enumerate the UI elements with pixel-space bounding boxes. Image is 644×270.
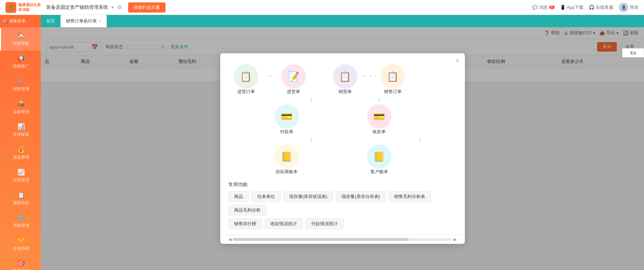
btn-receipt-stats[interactable]: 收款情况统计 — [265, 218, 303, 229]
flow-col-supplier: 📒 供应商账本 — [275, 144, 299, 175]
online-service-action[interactable]: 🎧 在线客服 — [589, 4, 613, 11]
arrow-down-sales: ↓ — [359, 95, 400, 103]
arrow-down-sales-bill: ↓ — [378, 96, 381, 102]
btn-product[interactable]: 商品 — [228, 191, 249, 202]
inventory-icon: 📊 — [17, 123, 25, 130]
sidebar-item-purchase[interactable]: 📦 采购管理 — [0, 96, 41, 119]
sales-order-node[interactable]: 📋 — [381, 64, 405, 89]
layout: 🔍 搜索菜单 🏠 快捷导航 📢 营销推广 🛒 销售管理 📦 采购管理 📊 库存核… — [0, 15, 644, 270]
flow-row-1: 📋 进货订单 → 📝 进货单 — [234, 64, 451, 95]
scroll-bar-track[interactable] — [233, 238, 452, 241]
btn-current-stock-dist[interactable]: 现存量(库存分布表) — [336, 191, 386, 202]
sidebar-item-system[interactable]: ⚙️ 系统管理 — [0, 210, 41, 233]
sales-bill-label: 销货单 — [338, 89, 352, 95]
arrow-down-payment: ↓ — [291, 135, 332, 143]
app-icon: 📱 — [560, 5, 565, 10]
topbar: 🌿 畅康通好生意 标准版 装备及固定资产辅助管理系统 ▾ ⚙ 体验行业方案 💬 … — [0, 0, 644, 15]
customer-ledger-icon: 📒 — [373, 151, 385, 162]
arrow-down-purchase: ↓ — [291, 95, 332, 103]
modal-overlay[interactable]: × 📋 进货订单 — [41, 27, 644, 270]
sales-bill-node[interactable]: 📋 — [333, 64, 358, 89]
sales-order-icon: 📋 — [387, 71, 399, 82]
flow-row-2: 💳 付款单 💳 收款单 — [275, 104, 451, 135]
purchase-order-label: 进货订单 — [237, 89, 255, 95]
settings-icon[interactable]: ⚙ — [117, 4, 122, 11]
sidebar-item-basic-info[interactable]: 📋 基础信息 — [0, 187, 41, 210]
sidebar-item-sales[interactable]: 🛒 销售管理 — [0, 73, 41, 96]
sales-bill-icon: 📋 — [339, 71, 351, 82]
sidebar-item-newbie[interactable]: 🎯 新手引导 — [0, 255, 41, 270]
payment-bill-node[interactable]: 💳 — [275, 104, 299, 129]
purchase-order-node[interactable]: 📋 — [234, 64, 258, 89]
marketing-icon: 📢 — [17, 55, 25, 62]
tab-sales-order-exec[interactable]: 销售订单执行表 × — [60, 15, 107, 27]
btn-sales-ranking[interactable]: 销售排行榜 — [228, 218, 262, 229]
customer-ledger-label: 客户账本 — [370, 169, 388, 175]
sidebar-item-marketing[interactable]: 📢 营销推广 — [0, 51, 41, 73]
dropdown-icon[interactable]: ▾ — [111, 5, 114, 10]
operations-icon: 📈 — [17, 168, 25, 176]
modal: × 📋 进货订单 — [220, 53, 465, 244]
system-name: 装备及固定资产辅助管理系统 — [46, 4, 108, 11]
flow-arrows-down: ↓ ↓ — [291, 95, 451, 103]
sidebar-item-operations[interactable]: 📈 经营管理 — [0, 164, 41, 187]
receipt-bill-node[interactable]: 💳 — [367, 104, 391, 129]
logo: 🌿 畅康通好生意 标准版 — [5, 2, 46, 13]
logo-text: 畅康通好生意 标准版 — [18, 3, 41, 12]
sidebar-item-finance[interactable]: 💰 资金管理 — [0, 142, 41, 164]
supplier-ledger-icon: 📒 — [281, 151, 293, 162]
scroll-area: ◀ ▶ — [220, 235, 465, 244]
flowchart: 📋 进货订单 → 📝 进货单 — [220, 53, 465, 182]
flow-col-payment: 💳 付款单 — [275, 104, 299, 135]
scroll-right-arrow[interactable]: ▶ — [454, 237, 457, 242]
payment-icon: 💳 — [281, 111, 293, 122]
purchase-order-icon: 📋 — [240, 71, 252, 82]
sidebar-item-quick-nav[interactable]: 🏠 快捷导航 — [0, 28, 41, 51]
tab-home[interactable]: 首页 — [41, 15, 60, 27]
modal-close-button[interactable]: × — [456, 57, 459, 65]
message-action[interactable]: 💬 消息 6 — [532, 4, 555, 11]
tabbar: 首页 销售订单执行表 × — [41, 15, 644, 27]
message-icon: 💬 — [532, 5, 538, 10]
flow-col-receipt: 💳 收款单 — [367, 104, 391, 135]
system-icon: ⚙️ — [17, 214, 25, 221]
topbar-right: 💬 消息 6 📱 App下载 🎧 在线客服 👤 用友 Ea — [532, 3, 639, 12]
purchase-bill-label: 进货单 — [287, 89, 300, 95]
flow-col-customer: 📒 客户账本 — [367, 144, 391, 175]
scroll-left-arrow[interactable]: ◀ — [228, 237, 231, 242]
common-buttons-row-2: 销售排行榜 收款情况统计 付款情况统计 — [228, 218, 457, 229]
sidebar-item-inventory[interactable]: 📊 库存核算 — [0, 119, 41, 142]
purchase-bill-node[interactable]: 📝 — [281, 64, 306, 89]
home-icon: 🏠 — [17, 32, 25, 39]
arrow-1: → — [260, 73, 280, 80]
content-area: ❓ 帮助 🖨 按模板打印 ▾ 📤 导出 ▾ 🔄 刷新 — [41, 27, 644, 270]
search-icon: 🔍 — [3, 19, 8, 24]
sales-order-label: 销售订单 — [384, 89, 402, 95]
newbie-icon: 🎯 — [17, 259, 25, 267]
flow-arrows-down-2: ↓ ↓ — [291, 135, 451, 143]
btn-current-stock-status[interactable]: 现存量(库存状况表) — [283, 191, 333, 202]
flow-col-sales-order: 📋 销售订单 — [381, 64, 405, 95]
receipt-bill-label: 收款单 — [372, 129, 386, 135]
btn-contacts[interactable]: 往来单位 — [251, 191, 281, 202]
search-menu[interactable]: 🔍 搜索菜单 — [0, 15, 41, 28]
common-buttons-row-1: 商品 往来单位 现存量(库存状况表) 现存量(库存分布表) 销售毛利分析表 商品… — [228, 191, 457, 216]
btn-product-gross[interactable]: 商品毛利分析 — [228, 205, 266, 216]
arrow-down-purchase-bill: ↓ — [310, 96, 313, 102]
customer-ledger-node[interactable]: 📒 — [367, 144, 391, 169]
flow-row-3: 📒 供应商账本 📒 客户账本 — [275, 144, 451, 175]
sidebar-item-cooperation[interactable]: 🤝 企业协同 — [0, 233, 41, 255]
user-action[interactable]: 👤 用友 — [619, 3, 639, 12]
finance-icon: 💰 — [17, 146, 25, 153]
arrow-down-receipt: ↓ — [400, 135, 440, 143]
btn-sales-gross-analysis[interactable]: 销售毛利分析表 — [388, 191, 431, 202]
flow-col-purchase-bill: 📝 进货单 — [281, 64, 306, 95]
headset-icon: 🎧 — [589, 5, 594, 10]
trial-button[interactable]: 体验行业方案 — [128, 2, 166, 13]
tab-close-icon[interactable]: × — [99, 19, 101, 23]
receipt-icon: 💳 — [373, 111, 385, 122]
supplier-ledger-node[interactable]: 📒 — [275, 144, 299, 169]
basic-info-icon: 📋 — [17, 191, 25, 199]
btn-payment-stats[interactable]: 付款情况统计 — [306, 218, 344, 229]
app-download-action[interactable]: 📱 App下载 — [560, 4, 584, 11]
